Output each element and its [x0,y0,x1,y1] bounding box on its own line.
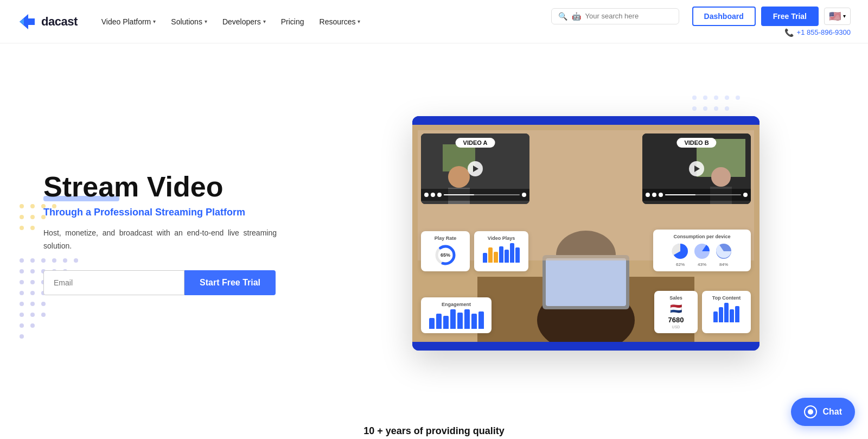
play-rate-donut: 65% [433,243,457,267]
svg-point-2 [20,204,24,208]
consumption-title: Consumption per device [660,234,744,239]
tc-bar-5 [735,306,739,322]
language-selector[interactable]: 🇺🇸 ▾ [824,8,851,25]
nav-video-platform[interactable]: Video Platform ▾ [95,13,163,30]
tc-bar-4 [730,309,734,322]
tc-bar-1 [713,311,718,322]
chevron-down-icon: ▾ [358,18,360,24]
search-icon: 🔍 [558,12,567,21]
svg-point-12 [30,258,35,263]
phone-number[interactable]: +1 855-896-9300 [797,28,851,36]
svg-marker-1 [20,18,24,25]
sales-value: 7680 [668,316,684,324]
consumption-card-inner: Consumption per device 62% [653,230,751,271]
hero-title: Stream Video [43,171,315,202]
svg-point-34 [41,302,46,306]
video-a-label: VIDEO A [456,138,495,148]
eng-bar-7 [471,314,477,329]
bar-5 [505,250,509,263]
engagement-title: Engagement [427,302,485,307]
header: dacast Video Platform ▾ Solutions ▾ Deve… [0,0,868,43]
nav-resources[interactable]: Resources ▾ [313,13,367,30]
ai-icon: 🤖 [572,12,581,21]
svg-point-17 [20,269,24,273]
next-icon [437,193,442,197]
hero-form: Start Free Trial [43,270,315,295]
phone-icon: 📞 [784,28,794,37]
engagement-chart [429,309,484,329]
bar-7 [515,247,520,263]
pie-2: 43% [692,241,712,267]
video-b-label: VIDEO B [676,138,716,148]
svg-point-40 [20,334,24,339]
svg-point-7 [30,215,35,219]
logo[interactable]: dacast [17,12,78,31]
video-content-area: VIDEO A [412,125,760,342]
consumption-card: Consumption per device 62% [653,230,751,271]
progress-bar [444,194,520,195]
sales-content: 🇳🇱 7680 USD [661,303,691,329]
nav-pricing[interactable]: Pricing [275,13,311,30]
email-input[interactable] [43,270,184,295]
video-a-overlay: VIDEO A [421,133,529,204]
svg-point-47 [703,106,707,111]
svg-point-48 [714,106,718,111]
svg-point-23 [30,280,35,284]
hero-subtitle: Through a Professional Streaming Platfor… [43,207,315,218]
sales-card: Sales 🇳🇱 7680 USD [654,291,698,333]
play-rate-card: Play Rate 65% [421,231,470,271]
video-mockup: VIDEO A [412,116,760,351]
main-nav: Video Platform ▾ Solutions ▾ Developers … [95,13,551,30]
play-rate-content: 65% [427,243,463,267]
svg-point-9 [20,226,24,230]
consumption-pies: 62% 43% [671,241,733,267]
nav-solutions[interactable]: Solutions ▾ [164,13,214,30]
search-wrapper[interactable]: 🔍 🤖 [551,8,679,24]
hero-right: VIDEO A [347,116,825,351]
play-button-a[interactable] [468,161,483,176]
volume-icon [522,193,526,197]
prev-icon [646,193,650,197]
play-rate-title: Play Rate [427,236,463,241]
start-free-trial-button[interactable]: Start Free Trial [184,270,276,295]
stats-row-top: Play Rate 65% [421,231,528,271]
play-rate-value: 65% [433,243,457,267]
header-actions: Dashboard Free Trial 🇺🇸 ▾ [692,7,851,26]
hero-left: Stream Video Through a Professional Stre… [43,171,315,295]
pie-1-label: 62% [676,262,685,267]
eng-bar-2 [436,314,442,329]
video-plays-chart [483,243,520,263]
svg-point-10 [30,226,35,230]
video-b-overlay: VIDEO B [642,133,751,204]
svg-point-32 [20,302,24,306]
nav-developers[interactable]: Developers ▾ [216,13,272,30]
video-mockup-top-bar [412,116,760,125]
dashboard-button[interactable]: Dashboard [692,7,756,26]
svg-point-39 [30,323,35,328]
svg-point-42 [703,96,707,100]
eng-bar-4 [450,309,456,329]
svg-point-29 [30,291,35,295]
svg-point-11 [20,258,24,263]
free-trial-button[interactable]: Free Trial [761,7,819,26]
play-icon [652,193,656,197]
chat-widget[interactable]: Chat [791,398,855,426]
bar-1 [483,253,487,263]
chevron-down-icon: ▾ [205,18,207,24]
svg-point-37 [41,313,46,317]
chevron-down-icon: ▾ [843,13,846,19]
svg-point-35 [20,313,24,317]
top-content-card: Top Content [702,291,751,333]
pie-3-label: 84% [719,262,728,267]
play-icon [431,193,435,197]
top-content-chart [713,303,739,322]
video-plays-content [481,243,522,263]
play-button-b[interactable] [689,161,704,176]
svg-point-22 [20,280,24,284]
sales-top-content-wrap: Sales 🇳🇱 7680 USD Top Content [654,291,751,333]
video-plays-title: Video Plays [481,236,522,241]
eng-bar-8 [478,311,484,329]
chevron-down-icon: ▾ [263,18,266,24]
svg-point-43 [714,96,718,100]
search-input[interactable] [585,12,672,20]
